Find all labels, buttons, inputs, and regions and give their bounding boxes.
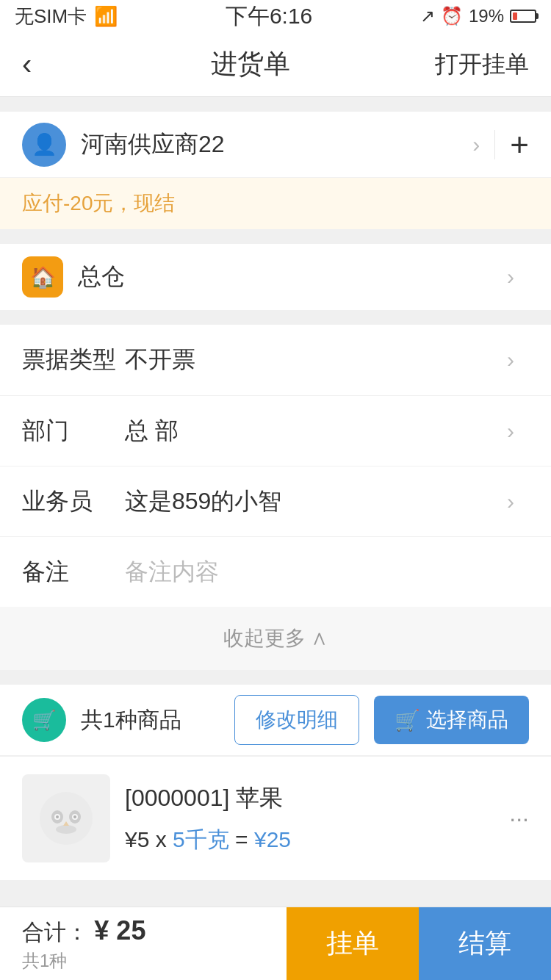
invoice-type-row[interactable]: 票据类型 不开票 › <box>0 325 551 395</box>
product-info: [0000001] 苹果 ¥5 x 5千克 = ¥25 <box>125 782 494 855</box>
sales-rep-row[interactable]: 业务员 这是859的小智 › <box>0 466 551 536</box>
department-value: 总 部 <box>125 415 507 447</box>
wifi-icon: 📶 <box>94 5 118 28</box>
section-gap-3 <box>0 310 551 325</box>
edit-detail-button[interactable]: 修改明细 <box>234 695 359 745</box>
supplier-row[interactable]: 👤 河南供应商22 › + <box>0 112 551 178</box>
supplier-avatar: 👤 <box>22 123 66 167</box>
section-gap-4 <box>0 670 551 685</box>
notice-text: 应付-20元，现结 <box>22 192 175 215</box>
product-price: ¥5 x 5千克 = ¥25 <box>125 825 494 855</box>
product-thumbnail <box>22 774 110 862</box>
total-section: 合计： ¥ 25 共1种 <box>0 907 287 980</box>
sales-rep-value: 这是859的小智 <box>125 486 507 518</box>
department-chevron-icon: › <box>507 419 514 444</box>
warehouse-card: 🏠 总仓 › <box>0 244 551 310</box>
total-count: 共1种 <box>22 949 264 973</box>
battery-icon <box>510 10 536 23</box>
invoice-type-value: 不开票 <box>125 344 507 376</box>
remarks-input[interactable]: 备注内容 <box>125 556 529 588</box>
product-header: 🛒 共1种商品 修改明细 🛒 选择商品 <box>0 685 551 755</box>
svg-point-0 <box>40 792 93 845</box>
notice-bar: 应付-20元，现结 <box>0 178 551 229</box>
warehouse-icon: 🏠 <box>22 256 63 298</box>
department-label: 部门 <box>22 415 125 447</box>
product-icon: 🛒 <box>22 698 66 742</box>
section-gap-1 <box>0 97 551 112</box>
bottom-bar: 合计： ¥ 25 共1种 挂单 结算 <box>0 907 551 980</box>
price-equals: = <box>235 827 254 851</box>
invoice-chevron-icon: › <box>507 347 514 372</box>
alarm-icon: ⏰ <box>441 6 463 26</box>
sales-rep-label: 业务员 <box>22 486 125 518</box>
warehouse-name: 总仓 <box>78 261 507 293</box>
location-icon: ↗ <box>420 6 435 26</box>
select-product-button[interactable]: 🛒 选择商品 <box>374 696 529 744</box>
battery-fill <box>513 12 517 20</box>
product-count-label: 共1种商品 <box>81 705 220 735</box>
department-row[interactable]: 部门 总 部 › <box>0 395 551 466</box>
section-gap-2 <box>0 229 551 244</box>
add-supplier-button[interactable]: + <box>510 129 529 161</box>
status-bar: 无SIM卡 📶 下午6:16 ↗ ⏰ 19% <box>0 0 551 32</box>
price-quantity: 5千克 <box>173 827 229 851</box>
supplier-name: 河南供应商22 <box>81 129 472 161</box>
open-pending-button[interactable]: 打开挂单 <box>435 48 529 81</box>
select-product-icon: 🛒 <box>395 708 420 732</box>
carrier-label: 无SIM卡 <box>15 4 87 29</box>
hang-button[interactable]: 挂单 <box>287 907 419 980</box>
warehouse-chevron-icon: › <box>507 264 514 289</box>
svg-point-7 <box>56 825 76 834</box>
nav-bar: ‹ 进货单 打开挂单 <box>0 32 551 97</box>
battery-label: 19% <box>469 6 504 26</box>
back-button[interactable]: ‹ <box>22 48 66 81</box>
supplier-card: 👤 河南供应商22 › + 应付-20元，现结 <box>0 112 551 229</box>
select-product-label: 选择商品 <box>426 706 508 734</box>
svg-point-6 <box>73 815 76 818</box>
sales-rep-chevron-icon: › <box>507 489 514 514</box>
collapse-label: 收起更多 ∧ <box>223 624 328 652</box>
product-icon-symbol: 🛒 <box>32 709 56 732</box>
price-multiply: x <box>156 827 173 851</box>
invoice-type-label: 票据类型 <box>22 344 125 376</box>
hang-label: 挂单 <box>326 926 379 962</box>
warehouse-row[interactable]: 🏠 总仓 › <box>0 244 551 310</box>
total-label: 合计： ¥ 25 <box>22 915 264 948</box>
status-left: 无SIM卡 📶 <box>15 4 118 29</box>
total-amount: ¥ 25 <box>94 915 145 945</box>
form-card: 票据类型 不开票 › 部门 总 部 › 业务员 这是859的小智 › 备注 备注… <box>0 325 551 607</box>
remarks-row[interactable]: 备注 备注内容 <box>0 536 551 607</box>
product-name: [0000001] 苹果 <box>125 782 494 815</box>
total-label-text: 合计： <box>22 920 88 944</box>
status-right: ↗ ⏰ 19% <box>420 6 536 26</box>
product-more-button[interactable]: ··· <box>509 805 529 832</box>
owl-logo-icon <box>37 789 96 848</box>
remarks-label: 备注 <box>22 556 125 588</box>
supplier-chevron-icon: › <box>472 132 480 157</box>
checkout-button[interactable]: 结算 <box>419 907 551 980</box>
checkout-label: 结算 <box>458 926 511 962</box>
warehouse-symbol: 🏠 <box>30 265 56 289</box>
status-time: 下午6:16 <box>226 1 312 32</box>
page-title: 进货单 <box>211 46 290 82</box>
avatar-icon: 👤 <box>32 132 57 156</box>
product-item: [0000001] 苹果 ¥5 x 5千克 = ¥25 ··· <box>0 757 551 880</box>
price-total: ¥25 <box>254 827 291 851</box>
supplier-divider <box>494 130 495 159</box>
collapse-button[interactable]: 收起更多 ∧ <box>0 607 551 670</box>
svg-point-5 <box>56 815 59 818</box>
price-unit: ¥5 <box>125 827 149 851</box>
